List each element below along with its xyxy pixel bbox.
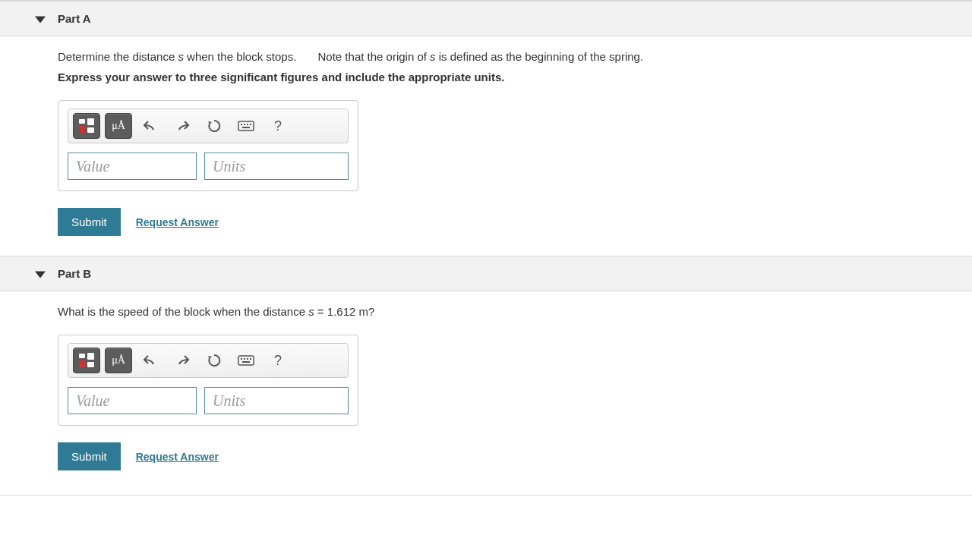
part-a-header: Part A	[0, 1, 972, 36]
collapse-toggle-b[interactable]	[35, 267, 46, 280]
reset-icon	[207, 118, 222, 134]
part-a-title: Part A	[58, 12, 91, 25]
qa-seg4: s	[430, 50, 436, 63]
svg-rect-12	[79, 360, 85, 367]
svg-rect-14	[238, 356, 254, 365]
qb-seg1: s	[308, 305, 314, 318]
svg-rect-16	[244, 358, 245, 360]
svg-rect-15	[241, 358, 242, 360]
svg-rect-13	[87, 362, 94, 367]
part-a-actions: Submit Request Answer	[58, 208, 972, 236]
svg-rect-4	[238, 121, 254, 131]
part-a-inputs	[68, 153, 349, 180]
part-b-question: What is the speed of the block when the …	[58, 305, 972, 318]
part-a-question: Determine the distance s when the block …	[58, 50, 972, 63]
part-a-answer-box: μÅ ?	[58, 100, 358, 191]
part-a-body: Determine the distance s when the block …	[0, 36, 972, 256]
svg-rect-5	[241, 124, 242, 125]
part-b-answer-box: μÅ ?	[58, 335, 358, 426]
submit-button[interactable]: Submit	[58, 442, 121, 470]
caret-down-icon	[35, 16, 46, 23]
qb-seg0: What is the speed of the block when the …	[58, 305, 308, 318]
symbols-button[interactable]: μÅ	[105, 348, 132, 373]
units-input[interactable]	[204, 153, 349, 180]
help-button[interactable]: ?	[264, 113, 292, 139]
value-input[interactable]	[68, 387, 197, 414]
svg-rect-19	[242, 361, 250, 363]
svg-rect-18	[250, 358, 251, 360]
svg-rect-6	[244, 124, 245, 125]
keyboard-icon	[238, 121, 254, 131]
submit-button[interactable]: Submit	[58, 208, 121, 236]
symbols-label: μÅ	[112, 120, 125, 132]
svg-rect-0	[79, 119, 85, 124]
templates-button[interactable]	[73, 348, 100, 373]
undo-icon	[143, 354, 158, 367]
collapse-toggle-a[interactable]	[35, 12, 46, 25]
part-b-body: What is the speed of the block when the …	[0, 291, 972, 490]
svg-rect-8	[250, 124, 251, 125]
keyboard-icon	[238, 355, 254, 366]
part-b-inputs	[68, 387, 349, 414]
svg-rect-17	[247, 358, 248, 360]
reset-button[interactable]	[200, 113, 228, 139]
undo-button[interactable]	[137, 348, 164, 373]
part-a-instruction: Express your answer to three significant…	[58, 71, 972, 83]
svg-rect-3	[87, 127, 94, 133]
value-input[interactable]	[68, 153, 197, 180]
templates-icon	[78, 118, 95, 134]
redo-button[interactable]	[169, 348, 196, 373]
help-icon: ?	[274, 118, 282, 134]
request-answer-link[interactable]: Request Answer	[136, 216, 219, 228]
redo-icon	[175, 119, 190, 133]
undo-button[interactable]	[137, 113, 164, 139]
qa-seg0: Determine the distance	[58, 50, 178, 63]
svg-rect-11	[87, 353, 94, 360]
symbols-button[interactable]: μÅ	[105, 113, 132, 139]
svg-rect-9	[242, 127, 250, 128]
help-icon: ?	[274, 353, 282, 369]
symbols-label: μÅ	[112, 354, 125, 367]
svg-rect-1	[87, 118, 94, 125]
part-b-title: Part B	[58, 267, 91, 280]
svg-rect-2	[79, 126, 85, 133]
help-button[interactable]: ?	[264, 348, 292, 373]
request-answer-link[interactable]: Request Answer	[136, 451, 219, 463]
part-b-header: Part B	[0, 256, 972, 291]
part-a-toolbar: μÅ ?	[68, 109, 349, 143]
part-b-actions: Submit Request Answer	[58, 442, 972, 470]
svg-rect-10	[79, 354, 85, 358]
units-input[interactable]	[204, 387, 349, 414]
qb-seg2: = 1.612 m?	[314, 305, 375, 318]
part-b-toolbar: μÅ ?	[68, 343, 349, 378]
reset-button[interactable]	[200, 348, 228, 373]
svg-rect-7	[247, 124, 248, 125]
templates-button[interactable]	[73, 113, 100, 139]
qa-seg1: s	[178, 50, 184, 63]
redo-icon	[175, 354, 190, 367]
keyboard-button[interactable]	[232, 113, 260, 139]
caret-down-icon	[35, 271, 46, 278]
qa-seg5: is defined as the beginning of the sprin…	[436, 50, 644, 63]
templates-icon	[78, 353, 95, 368]
reset-icon	[207, 353, 222, 368]
keyboard-button[interactable]	[232, 348, 260, 373]
undo-icon	[143, 119, 158, 133]
bottom-rule	[0, 495, 972, 496]
redo-button[interactable]	[169, 113, 196, 139]
qa-seg2: when the block stops.	[184, 50, 296, 63]
qa-seg3: Note that the origin of	[318, 50, 431, 63]
